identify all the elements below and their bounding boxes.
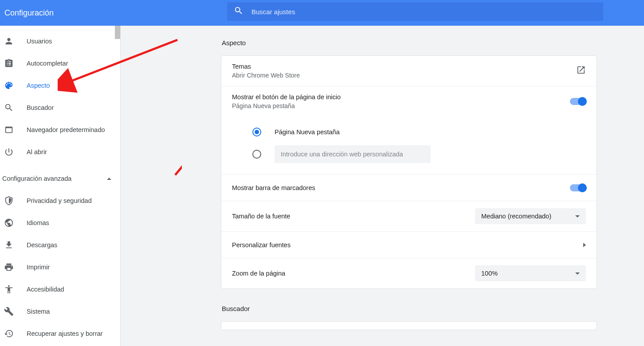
font-size-select[interactable]: Mediano (recomendado) <box>475 208 586 224</box>
advanced-toggle[interactable]: Configuración avanzada <box>0 167 120 190</box>
sidebar-item-default-browser[interactable]: Navegador predeterminado <box>0 119 120 141</box>
row-title: Mostrar el botón de la página de inicio <box>232 93 341 101</box>
main-content: Aspecto Temas Abrir Chrome Web Store Mos… <box>121 26 644 346</box>
search-container[interactable] <box>227 2 603 21</box>
advanced-label: Configuración avanzada <box>2 175 71 182</box>
content: Usuarios Autocompletar Aspecto Buscador … <box>0 26 644 346</box>
appearance-card: Temas Abrir Chrome Web Store Mostrar el … <box>221 55 597 289</box>
palette-icon <box>4 80 14 91</box>
row-title: Temas <box>232 63 300 70</box>
search-icon <box>234 6 243 17</box>
customize-fonts-row[interactable]: Personalizar fuentes <box>221 232 597 258</box>
wrench-icon <box>4 306 14 317</box>
sidebar-item-label: Recuperar ajustes y borrar <box>27 330 103 337</box>
sidebar-item-search[interactable]: Buscador <box>0 97 120 119</box>
globe-icon <box>4 218 14 228</box>
page-title: Configuración <box>0 8 54 18</box>
chevron-right-icon <box>583 243 586 247</box>
home-button-options: Página Nueva pestaña <box>221 117 597 175</box>
custom-url-input[interactable] <box>275 145 431 163</box>
section-heading: Buscador <box>221 305 597 312</box>
radio-custom[interactable] <box>252 150 261 159</box>
print-icon <box>4 262 14 272</box>
sidebar-item-downloads[interactable]: Descargas <box>0 234 120 256</box>
chevron-down-icon <box>575 272 580 275</box>
search-card-partial <box>221 321 597 330</box>
person-icon <box>4 36 14 47</box>
sidebar-item-label: Idiomas <box>27 219 49 226</box>
radio-newtab[interactable] <box>252 128 261 136</box>
sidebar-item-reset[interactable]: Recuperar ajustes y borrar <box>0 323 120 345</box>
sidebar-item-print[interactable]: Imprimir <box>0 256 120 278</box>
sidebar-item-label: Autocompletar <box>27 60 68 67</box>
row-title: Zoom de la página <box>232 270 285 277</box>
sidebar-item-appearance[interactable]: Aspecto <box>0 74 120 97</box>
chevron-down-icon <box>575 215 580 218</box>
header: Configuración <box>0 0 644 26</box>
row-title: Mostrar barra de marcadores <box>232 184 315 191</box>
sidebar-item-accessibility[interactable]: Accesibilidad <box>0 278 120 300</box>
sidebar-item-label: Descargas <box>27 241 57 249</box>
sidebar-item-label: Usuarios <box>27 38 52 45</box>
download-icon <box>4 240 14 250</box>
sidebar-item-label: Accesibilidad <box>27 286 64 293</box>
search-input[interactable] <box>251 8 597 16</box>
bookmarks-toggle[interactable] <box>570 184 586 191</box>
home-button-toggle[interactable] <box>570 98 586 105</box>
sidebar-item-label: Privacidad y seguridad <box>27 197 92 204</box>
browser-icon <box>4 124 14 135</box>
sidebar-item-label: Imprimir <box>27 264 50 271</box>
themes-row[interactable]: Temas Abrir Chrome Web Store <box>221 56 597 86</box>
sidebar-item-autofill[interactable]: Autocompletar <box>0 52 120 74</box>
open-external-icon[interactable] <box>576 65 586 77</box>
bookmarks-bar-row: Mostrar barra de marcadores <box>221 175 597 201</box>
row-subtitle: Página Nueva pestaña <box>232 102 341 109</box>
sidebar-item-onstartup[interactable]: Al abrir <box>0 141 120 163</box>
search-icon <box>4 102 14 113</box>
power-icon <box>4 147 14 157</box>
sidebar-item-label: Navegador predeterminado <box>27 126 105 133</box>
sidebar-item-label: Al abrir <box>27 148 47 156</box>
sidebar-item-label: Aspecto <box>27 82 50 89</box>
restore-icon <box>4 328 14 339</box>
sidebar-item-label: Buscador <box>27 104 54 111</box>
font-size-row: Tamaño de la fuente Mediano (recomendado… <box>221 201 597 232</box>
radio-newtab-row[interactable]: Página Nueva pestaña <box>252 121 586 143</box>
page-zoom-select[interactable]: 100% <box>475 265 586 281</box>
shield-icon <box>4 195 14 206</box>
radio-label: Página Nueva pestaña <box>275 128 340 136</box>
row-title: Tamaño de la fuente <box>232 213 290 220</box>
select-value: 100% <box>481 270 498 277</box>
sidebar-item-users[interactable]: Usuarios <box>0 30 120 52</box>
section-heading: Aspecto <box>221 39 597 47</box>
sidebar-item-privacy[interactable]: Privacidad y seguridad <box>0 190 120 212</box>
radio-custom-row[interactable] <box>252 143 586 165</box>
sidebar-item-languages[interactable]: Idiomas <box>0 212 120 234</box>
sidebar-item-system[interactable]: Sistema <box>0 300 120 323</box>
row-subtitle: Abrir Chrome Web Store <box>232 72 300 79</box>
home-button-row: Mostrar el botón de la página de inicio … <box>221 86 597 117</box>
clipboard-icon <box>4 58 14 69</box>
sidebar-item-label: Sistema <box>27 308 50 315</box>
sidebar: Usuarios Autocompletar Aspecto Buscador … <box>0 26 121 346</box>
row-title: Personalizar fuentes <box>232 241 291 249</box>
chevron-up-icon <box>107 178 111 180</box>
select-value: Mediano (recomendado) <box>481 213 551 220</box>
page-zoom-row: Zoom de la página 100% <box>221 258 597 288</box>
accessibility-icon <box>4 284 14 295</box>
scrollbar[interactable] <box>115 26 120 39</box>
